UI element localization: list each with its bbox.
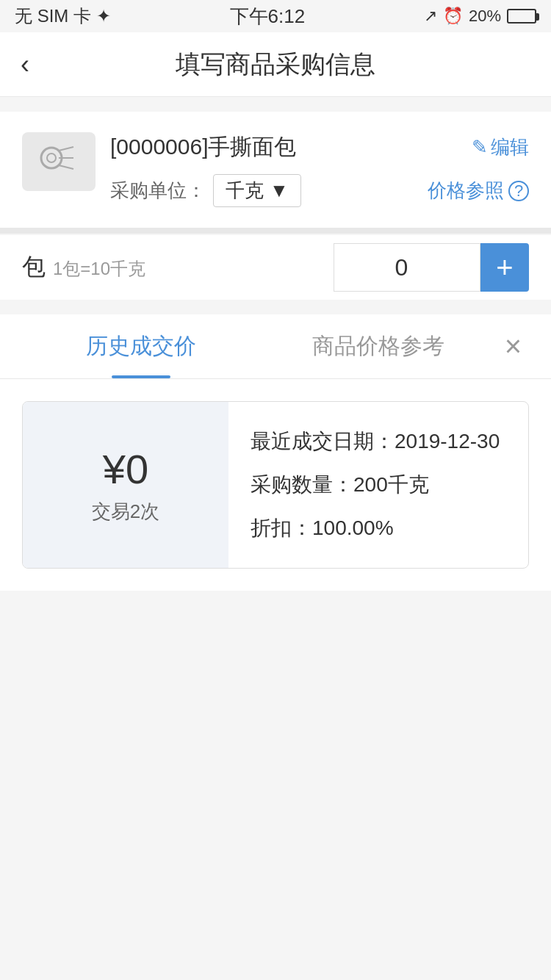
status-right: ↗ ⏰ 20% <box>424 7 536 26</box>
edit-label: 编辑 <box>491 134 529 160</box>
price-left-panel: ¥0 交易2次 <box>23 402 228 568</box>
battery-icon <box>507 9 536 24</box>
status-left: 无 SIM 卡 ✦ <box>15 4 111 28</box>
divider <box>0 228 551 234</box>
price-ref-help-icon: ? <box>508 181 529 201</box>
quantity-input[interactable] <box>334 243 480 292</box>
unit-value: 千克 <box>226 178 264 203</box>
footer-space <box>0 591 551 980</box>
product-image <box>22 132 96 191</box>
svg-line-2 <box>59 147 73 151</box>
navigation-icon: ↗ <box>424 7 437 26</box>
tab-history-price[interactable]: 历史成交价 <box>22 314 259 378</box>
quantity-row: 包 1包=10千克 + <box>0 235 551 300</box>
price-right-panel: 最近成交日期：2019-12-30 采购数量：200千克 折扣：100.00% <box>228 402 528 568</box>
quantity-right: + <box>334 243 529 292</box>
purchase-qty-label: 采购数量： <box>251 473 353 496</box>
recent-date-label: 最近成交日期： <box>251 430 395 453</box>
qty-unit-label: 包 <box>22 251 46 284</box>
tab-panel: 历史成交价 商品价格参考 × ¥0 交易2次 最近成交日期：2019-12-30… <box>0 314 551 591</box>
svg-line-4 <box>59 165 73 169</box>
unit-dropdown[interactable]: 千克 ▼ <box>213 174 301 207</box>
nav-bar: ‹ 填写商品采购信息 <box>0 32 551 97</box>
product-card: [0000006]手撕面包 ✎ 编辑 采购单位： 千克 ▼ 价格参照 ? <box>0 112 551 228</box>
price-card: ¥0 交易2次 最近成交日期：2019-12-30 采购数量：200千克 折扣：… <box>22 401 529 569</box>
battery-percent: 20% <box>469 7 501 26</box>
price-ref-button[interactable]: 价格参照 ? <box>428 178 529 203</box>
svg-point-1 <box>47 154 56 162</box>
qty-hint: 1包=10千克 <box>53 257 145 281</box>
tab-close-button[interactable]: × <box>497 330 529 363</box>
price-trades: 交易2次 <box>92 499 159 525</box>
recent-date-value: 2019-12-30 <box>395 430 500 453</box>
svg-point-0 <box>41 148 62 168</box>
edit-button[interactable]: ✎ 编辑 <box>472 134 529 160</box>
alarm-icon: ⏰ <box>443 7 463 26</box>
discount-row: 折扣：100.00% <box>251 514 506 542</box>
price-ref-label: 价格参照 <box>428 178 504 203</box>
product-header: [0000006]手撕面包 ✎ 编辑 <box>110 132 529 162</box>
product-unit-row: 采购单位： 千克 ▼ 价格参照 ? <box>110 174 529 207</box>
quantity-left: 包 1包=10千克 <box>22 251 145 284</box>
page-title: 填写商品采购信息 <box>176 48 375 82</box>
product-details: [0000006]手撕面包 ✎ 编辑 采购单位： 千克 ▼ 价格参照 ? <box>110 132 529 207</box>
sim-signal: 无 SIM 卡 ✦ <box>15 4 111 28</box>
tab-header: 历史成交价 商品价格参考 × <box>0 314 551 379</box>
back-button[interactable]: ‹ <box>21 49 29 80</box>
status-time: 下午6:12 <box>230 4 306 29</box>
recent-date-row: 最近成交日期：2019-12-30 <box>251 427 506 455</box>
status-bar: 无 SIM 卡 ✦ 下午6:12 ↗ ⏰ 20% <box>0 0 551 32</box>
purchase-quantity-row: 采购数量：200千克 <box>251 470 506 499</box>
tab-product-label: 商品价格参考 <box>312 331 444 361</box>
purchase-qty-value: 200千克 <box>353 473 429 496</box>
tab-history-label: 历史成交价 <box>86 331 196 361</box>
unit-label: 采购单位： <box>110 178 206 203</box>
price-amount: ¥0 <box>103 445 148 493</box>
tab-content: ¥0 交易2次 最近成交日期：2019-12-30 采购数量：200千克 折扣：… <box>0 379 551 591</box>
tab-active-indicator <box>112 375 170 378</box>
edit-icon: ✎ <box>472 136 488 159</box>
quantity-plus-button[interactable]: + <box>480 243 529 292</box>
discount-label: 折扣： <box>251 516 312 539</box>
discount-value: 100.00% <box>312 516 394 539</box>
product-name: [0000006]手撕面包 <box>110 132 296 162</box>
dropdown-icon: ▼ <box>270 179 289 202</box>
tab-product-price[interactable]: 商品价格参考 <box>259 314 497 378</box>
